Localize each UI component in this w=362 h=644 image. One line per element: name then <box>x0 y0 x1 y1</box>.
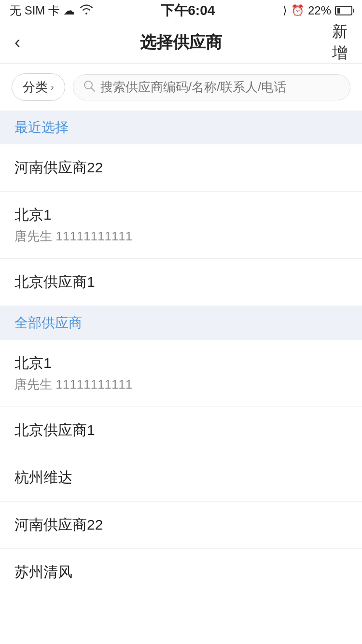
recent-section-header: 最近选择 <box>0 111 362 144</box>
filter-bar: 分类 › <box>0 64 362 111</box>
list-item[interactable]: 北京供应商1 <box>0 259 362 306</box>
list-item[interactable]: 北京供应商1 <box>0 407 362 454</box>
list-item[interactable]: 杭州维达 <box>0 454 362 502</box>
back-button[interactable]: ‹ <box>14 32 43 53</box>
item-contact: 唐先生 11111111111 <box>14 376 348 393</box>
chevron-right-icon: › <box>51 82 54 93</box>
item-name: 河南供应商22 <box>14 515 348 535</box>
item-name: 河南供应商22 <box>14 158 348 178</box>
status-left: 无 SIM 卡 ☁ <box>10 3 93 18</box>
add-button[interactable]: 新增 <box>319 21 348 64</box>
list-item[interactable]: 河南供应商22 <box>0 502 362 549</box>
svg-line-1 <box>91 88 95 91</box>
alarm-icon: ⏰ <box>291 4 304 17</box>
search-bar <box>73 74 350 100</box>
list-item[interactable]: 河南供应商22 <box>0 144 362 192</box>
item-name: 北京供应商1 <box>14 272 348 292</box>
page-title: 选择供应商 <box>140 31 222 54</box>
category-filter[interactable]: 分类 › <box>12 73 65 101</box>
status-right: ⟩ ⏰ 22% <box>283 4 352 17</box>
nav-bar: ‹ 选择供应商 新增 <box>0 21 362 64</box>
no-sim-label: 无 SIM 卡 ☁ <box>10 3 75 18</box>
status-bar: 无 SIM 卡 ☁ 下午6:04 ⟩ ⏰ 22% <box>0 0 362 21</box>
item-name: 北京1 <box>14 205 348 225</box>
category-label: 分类 <box>23 79 48 96</box>
all-section-header: 全部供应商 <box>0 306 362 340</box>
list-item[interactable]: 苏州清风 <box>0 549 362 596</box>
battery-icon <box>335 6 352 15</box>
list-item[interactable]: 北京1唐先生 11111111111 <box>0 340 362 407</box>
item-name: 苏州清风 <box>14 562 348 582</box>
battery-label: 22% <box>308 4 331 17</box>
all-list: 北京1唐先生 11111111111北京供应商1杭州维达河南供应商22苏州清风 <box>0 340 362 596</box>
item-name: 北京供应商1 <box>14 420 348 440</box>
item-name: 北京1 <box>14 353 348 373</box>
wifi-icon <box>80 4 93 17</box>
list-item[interactable]: 北京1唐先生 11111111111 <box>0 192 362 259</box>
item-name: 杭州维达 <box>14 468 348 488</box>
recent-list: 河南供应商22北京1唐先生 11111111111北京供应商1 <box>0 144 362 306</box>
status-time: 下午6:04 <box>161 1 215 20</box>
location-icon: ⟩ <box>283 4 287 17</box>
search-input[interactable] <box>100 80 340 95</box>
item-contact: 唐先生 11111111111 <box>14 228 348 245</box>
search-icon <box>83 80 96 95</box>
